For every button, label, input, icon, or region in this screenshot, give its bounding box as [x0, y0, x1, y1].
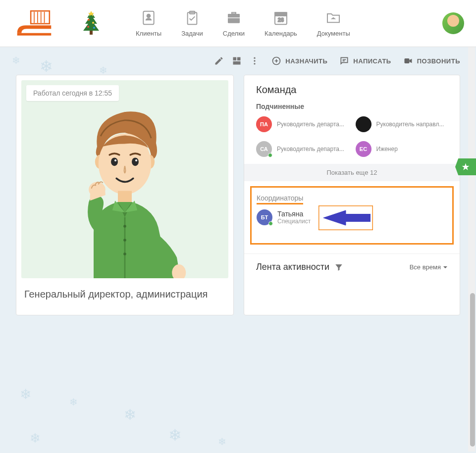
call-label: ПОЗВОНИТЬ — [417, 57, 460, 65]
svg-rect-16 — [228, 14, 240, 23]
show-more-button[interactable]: Показать еще 12 — [244, 164, 460, 181]
assign-icon — [271, 56, 281, 66]
coordinator-item[interactable]: БТ Татьяна Специалист — [257, 209, 447, 225]
team-member[interactable]: ПА Руководитель департа... — [256, 116, 349, 132]
svg-rect-24 — [233, 61, 241, 65]
assign-label: НАЗНАЧИТЬ — [285, 57, 327, 65]
svg-point-36 — [114, 159, 116, 161]
main-nav: Клиенты Задачи Сделки дек 26 Календарь Д… — [136, 10, 442, 37]
svg-rect-6 — [90, 31, 93, 35]
nav-documents-label: Документы — [317, 30, 350, 37]
svg-point-8 — [92, 22, 94, 24]
app-header: Клиенты Задачи Сделки дек 26 Календарь Д… — [0, 0, 476, 47]
avatar: БТ — [257, 209, 272, 225]
call-button[interactable]: ПОЗВОНИТЬ — [403, 56, 460, 66]
svg-point-7 — [88, 19, 90, 21]
more-vertical-icon[interactable] — [250, 56, 260, 66]
activity-title: Лента активности — [256, 262, 329, 272]
christmas-tree-icon — [81, 11, 101, 36]
profile-card: Работал сегодня в 12:55 — [16, 75, 234, 315]
svg-point-26 — [254, 60, 255, 61]
svg-point-45 — [123, 252, 126, 255]
briefcase-icon — [226, 10, 242, 26]
coordinator-role: Специалист — [277, 218, 311, 225]
subordinates-label: Подчиненные — [256, 102, 448, 110]
nav-clients[interactable]: Клиенты — [136, 10, 161, 37]
activity-section: Лента активности Все время — [244, 253, 460, 280]
team-grid: ПА Руководитель департа... Руководитель … — [256, 116, 448, 157]
svg-point-43 — [123, 225, 126, 228]
svg-point-25 — [254, 57, 255, 59]
star-tab[interactable] — [455, 158, 476, 175]
svg-point-44 — [123, 239, 126, 242]
svg-rect-22 — [233, 57, 237, 61]
team-member-name: Руководитель направл... — [376, 121, 444, 128]
nav-deals-label: Сделки — [223, 30, 245, 37]
main-content: Работал сегодня в 12:55 — [0, 75, 476, 315]
nav-deals[interactable]: Сделки — [223, 10, 245, 37]
folder-icon — [325, 10, 341, 26]
svg-rect-0 — [31, 11, 50, 24]
user-avatar[interactable] — [442, 12, 464, 34]
nav-tasks-label: Задачи — [181, 30, 203, 37]
write-button[interactable]: НАПИСАТЬ — [339, 56, 391, 66]
svg-text:26: 26 — [278, 17, 284, 23]
profile-illustration — [55, 98, 194, 278]
avatar: ПА — [256, 116, 272, 132]
team-member[interactable]: ЕС Ижeнер — [356, 141, 448, 157]
nav-calendar[interactable]: дек 26 Календарь — [264, 10, 297, 37]
logo[interactable] — [12, 8, 56, 38]
avatar: ЕС — [356, 141, 371, 157]
svg-point-27 — [254, 63, 255, 64]
nav-calendar-label: Календарь — [264, 30, 297, 37]
svg-rect-31 — [404, 58, 409, 63]
assign-button[interactable]: НАЗНАЧИТЬ — [271, 56, 327, 66]
coordinators-box: Координаторы БТ Татьяна Специалист — [250, 186, 454, 245]
svg-point-10 — [93, 27, 95, 29]
svg-point-40 — [89, 182, 106, 197]
video-icon — [403, 56, 413, 66]
avatar: СА — [256, 141, 272, 157]
time-filter-label: Все время — [410, 263, 441, 271]
nav-clients-label: Клиенты — [136, 30, 161, 37]
scrollbar-thumb[interactable] — [470, 293, 475, 447]
contacts-icon — [141, 10, 157, 26]
profile-image-box: Работал сегодня в 12:55 — [21, 80, 228, 278]
write-label: НАПИСАТЬ — [353, 57, 391, 65]
svg-point-35 — [111, 157, 118, 166]
team-member[interactable]: СА Руководитель департа... — [256, 141, 349, 157]
team-card: Команда Подчиненные ПА Руководитель депа… — [244, 75, 460, 315]
calendar-icon: дек 26 — [273, 10, 289, 26]
svg-point-37 — [132, 157, 139, 166]
nav-documents[interactable]: Документы — [317, 10, 350, 37]
chevron-down-icon — [443, 265, 448, 270]
time-filter-select[interactable]: Все время — [410, 263, 448, 271]
filter-icon[interactable] — [334, 263, 343, 272]
svg-rect-39 — [118, 191, 132, 203]
coordinators-label: Координаторы — [257, 194, 303, 204]
actions-bar: НАЗНАЧИТЬ НАПИСАТЬ ПОЗВОНИТЬ — [0, 47, 476, 75]
svg-point-13 — [147, 14, 151, 17]
team-member-name: Руководитель департа... — [277, 146, 344, 152]
team-member-name: Руководитель департа... — [277, 121, 344, 128]
clipboard-check-icon — [184, 10, 200, 26]
layout-icon[interactable] — [232, 56, 242, 66]
coordinator-name: Татьяна — [277, 210, 311, 218]
team-title: Команда — [256, 84, 448, 96]
message-icon — [339, 56, 349, 66]
svg-rect-23 — [237, 57, 241, 61]
team-member-name: Ижeнер — [376, 146, 398, 152]
svg-point-9 — [87, 26, 89, 28]
team-member[interactable]: Руководитель направл... — [356, 116, 448, 132]
nav-tasks[interactable]: Задачи — [181, 10, 203, 37]
avatar — [356, 116, 371, 132]
svg-text:дек: дек — [279, 13, 283, 15]
profile-title: Генеральный директор, администрация — [21, 278, 228, 310]
edit-icon[interactable] — [214, 56, 224, 66]
svg-point-38 — [135, 159, 137, 161]
